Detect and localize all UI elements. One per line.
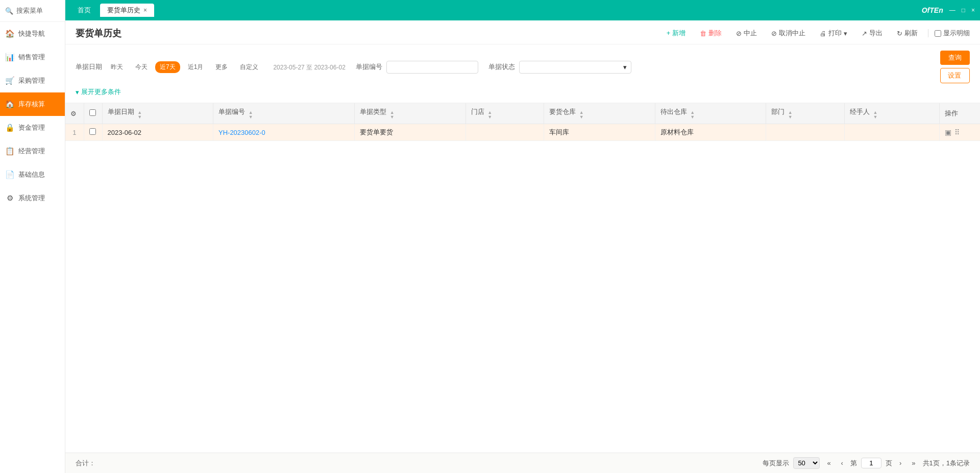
print-icon: 🖨 xyxy=(820,30,826,37)
filter-bar: 单据日期 昨天 今天 近7天 近1月 更多 自定义 2023-05-27 至 2… xyxy=(65,44,980,103)
tab-close-icon[interactable]: × xyxy=(143,7,147,14)
tab-home-label: 首页 xyxy=(78,6,91,15)
prev-page-btn[interactable]: ‹ xyxy=(838,458,846,468)
cancel-stop-icon: ⊘ xyxy=(771,30,777,37)
sidebar-item-basic-label: 基础信息 xyxy=(18,170,45,179)
stop-icon: ⊘ xyxy=(736,30,742,37)
sidebar-item-operation[interactable]: 📋 经营管理 xyxy=(0,139,65,163)
sidebar-item-sales[interactable]: 📊 销售管理 xyxy=(0,45,65,69)
sidebar-search[interactable]: 🔍 搜索菜单 xyxy=(0,0,65,22)
date-filter-options: 昨天 今天 近7天 近1月 更多 自定义 xyxy=(106,61,263,73)
print-dropdown-icon: ▾ xyxy=(844,30,847,37)
content-area: 要货单历史 + 新增 🗑 删除 ⊘ 中止 ⊘ 取消中止 🖨 打印 xyxy=(65,20,980,473)
status-label: 单据状态 xyxy=(488,62,515,72)
sidebar-item-purchase[interactable]: 🛒 采购管理 xyxy=(0,69,65,92)
date-btn-more[interactable]: 更多 xyxy=(211,61,232,73)
col-req-warehouse[interactable]: 要货仓库 ▲▼ xyxy=(544,103,655,124)
pagination: 每页显示 50 100 200 « ‹ 第 页 › » 共1页，1条记录 xyxy=(763,457,970,469)
sidebar-item-inventory[interactable]: 🏠 库存核算 xyxy=(0,92,65,116)
trash-icon: 🗑 xyxy=(700,30,706,37)
row-num: 1 xyxy=(65,124,84,141)
main-area: 首页 要货单历史 × OfTEn — □ × 要货单历史 + 新增 🗑 删除 ⊘ xyxy=(65,0,980,473)
query-button[interactable]: 查询 xyxy=(940,51,970,65)
sidebar-item-system[interactable]: ⚙ 系统管理 xyxy=(0,186,65,210)
export-icon: ↗ xyxy=(862,30,867,37)
expand-more-btn[interactable]: ▾ 展开更多条件 xyxy=(76,87,970,101)
stop-button[interactable]: ⊘ 中止 xyxy=(732,27,761,40)
expand-icon: ▾ xyxy=(76,88,79,96)
export-button[interactable]: ↗ 导出 xyxy=(857,27,887,40)
sidebar-item-purchase-label: 采购管理 xyxy=(18,76,45,85)
per-page-select[interactable]: 50 100 200 xyxy=(793,457,820,469)
table-footer: 合计： 每页显示 50 100 200 « ‹ 第 页 › » 共1页，1条记录 xyxy=(65,453,980,473)
col-handler[interactable]: 经手人 ▲▼ xyxy=(844,103,939,124)
chevron-down-icon: ▾ xyxy=(623,63,627,71)
refresh-icon: ↻ xyxy=(897,30,902,37)
date-btn-custom[interactable]: 自定义 xyxy=(235,61,263,73)
query-buttons: 查询 设置 xyxy=(940,51,970,83)
date-btn-1month[interactable]: 近1月 xyxy=(183,61,208,73)
cart-icon: 🛒 xyxy=(5,76,14,85)
first-page-btn[interactable]: « xyxy=(824,458,834,468)
tab-home[interactable]: 首页 xyxy=(70,4,98,17)
select-all-checkbox[interactable] xyxy=(89,109,96,116)
total-info: 共1页，1条记录 xyxy=(923,459,970,468)
table-header-row: ⚙ 单据日期 ▲▼ 单据编号 ▲▼ 单据类型 ▲▼ 门店 ▲▼ 要货仓库 ▲▼ … xyxy=(65,103,980,124)
row-req-warehouse: 车间库 xyxy=(544,124,655,141)
print-button[interactable]: 🖨 打印 ▾ xyxy=(816,27,851,40)
refresh-button[interactable]: ↻ 刷新 xyxy=(893,27,922,40)
col-pending-warehouse[interactable]: 待出仓库 ▲▼ xyxy=(655,103,766,124)
new-button[interactable]: + 新增 xyxy=(663,27,690,40)
next-page-btn[interactable]: › xyxy=(896,458,904,468)
doc-no-label: 单据编号 xyxy=(356,62,382,72)
window-minimize-btn[interactable]: — xyxy=(949,7,955,14)
col-actions: 操作 xyxy=(939,103,980,124)
sidebar-item-finance[interactable]: 🔒 资金管理 xyxy=(0,116,65,139)
view-action-icon[interactable]: ▣ xyxy=(945,128,951,136)
sidebar-item-inventory-label: 库存核算 xyxy=(18,100,45,109)
date-btn-today[interactable]: 今天 xyxy=(131,61,152,73)
home-icon: 🏠 xyxy=(5,29,14,38)
row-pending-warehouse: 原材料仓库 xyxy=(655,124,766,141)
date-filter-label: 单据日期 xyxy=(76,62,102,72)
lock-icon: 🔒 xyxy=(5,123,14,132)
col-settings[interactable]: ⚙ xyxy=(65,103,84,124)
sidebar-item-basic[interactable]: 📄 基础信息 xyxy=(0,163,65,186)
cancel-stop-button[interactable]: ⊘ 取消中止 xyxy=(767,27,810,40)
col-dept[interactable]: 部门 ▲▼ xyxy=(766,103,845,124)
doc-icon: 📄 xyxy=(5,170,14,179)
more-action-icon[interactable]: ⠿ xyxy=(954,128,960,136)
page-input[interactable] xyxy=(861,458,881,468)
window-close-btn[interactable]: × xyxy=(971,7,975,14)
date-btn-yesterday[interactable]: 昨天 xyxy=(106,61,128,73)
col-doc-no[interactable]: 单据编号 ▲▼ xyxy=(213,103,355,124)
table-row: 1 2023-06-02 YH-20230602-0 要货单要货 车间库 原材料… xyxy=(65,124,980,141)
tab-active[interactable]: 要货单历史 × xyxy=(100,4,154,17)
col-doc-date[interactable]: 单据日期 ▲▼ xyxy=(102,103,213,124)
status-select[interactable]: ▾ xyxy=(519,61,631,74)
row-store xyxy=(465,124,544,141)
settings-button[interactable]: 设置 xyxy=(940,68,970,83)
page-header: 要货单历史 + 新增 🗑 删除 ⊘ 中止 ⊘ 取消中止 🖨 打印 xyxy=(65,20,980,44)
page-title: 要货单历史 xyxy=(76,27,121,39)
delete-button[interactable]: 🗑 删除 xyxy=(696,27,726,40)
doc-no-link[interactable]: YH-20230602-0 xyxy=(218,129,265,136)
window-restore-btn[interactable]: □ xyxy=(962,7,965,14)
sidebar-item-finance-label: 资金管理 xyxy=(18,123,45,132)
chart-icon: 📊 xyxy=(5,53,14,62)
sidebar-item-quick-nav-label: 快捷导航 xyxy=(18,29,45,38)
doc-no-input[interactable] xyxy=(386,61,478,74)
sidebar-item-system-label: 系统管理 xyxy=(18,194,45,203)
sidebar-item-quick-nav[interactable]: 🏠 快捷导航 xyxy=(0,22,65,45)
col-doc-type[interactable]: 单据类型 ▲▼ xyxy=(355,103,466,124)
data-table: ⚙ 单据日期 ▲▼ 单据编号 ▲▼ 单据类型 ▲▼ 门店 ▲▼ 要货仓库 ▲▼ … xyxy=(65,103,980,141)
topbar-right: OfTEn — □ × xyxy=(922,6,975,14)
row-dept xyxy=(766,124,845,141)
status-filter-group: 单据状态 ▾ xyxy=(488,61,631,74)
show-detail-checkbox[interactable] xyxy=(935,30,941,37)
last-page-btn[interactable]: » xyxy=(909,458,918,468)
col-store[interactable]: 门店 ▲▼ xyxy=(465,103,544,124)
date-btn-7days[interactable]: 近7天 xyxy=(155,61,180,73)
topbar: 首页 要货单历史 × OfTEn — □ × xyxy=(65,0,980,20)
row-checkbox[interactable] xyxy=(84,124,102,141)
